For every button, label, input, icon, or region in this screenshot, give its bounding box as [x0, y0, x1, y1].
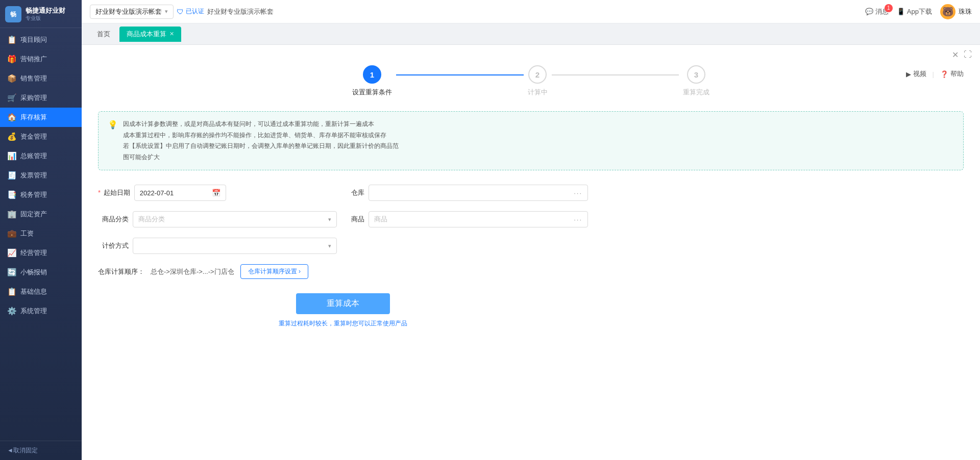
- marketing-icon: 🎁: [7, 55, 16, 64]
- goods-group: 商品 商品 ···: [349, 211, 588, 227]
- sidebar-item-label: 税务管理: [20, 190, 47, 199]
- required-star: *: [98, 189, 101, 196]
- sidebar-item-basic[interactable]: 📋 基础信息: [0, 282, 82, 301]
- step-2: 2 计算中: [528, 65, 548, 97]
- help-icon: ❓: [940, 70, 948, 78]
- tabbar: 首页 商品成本重算 ✕: [82, 23, 980, 45]
- topbar: 好业财专业版演示帐套 ▾ 🛡 已认证 好业财专业版演示帐套 💬 消息 1 📱 A…: [82, 0, 980, 23]
- recalc-section: 重算成本 重算过程耗时较长，重算时您可以正常使用产品: [98, 293, 588, 328]
- expand-window-icon[interactable]: ⛶: [964, 50, 972, 60]
- assets-icon: 🏢: [7, 210, 16, 219]
- expense-icon: 🔄: [7, 268, 16, 277]
- step-3-label: 重算完成: [683, 88, 709, 97]
- category-group: 商品分类 商品分类 ▾: [98, 211, 337, 227]
- sidebar-item-label: 系统管理: [20, 306, 47, 316]
- start-date-group: * 起始日期 2022-07-01 📅: [98, 185, 337, 201]
- warehouse-order-label: 仓库计算顺序：: [98, 267, 144, 276]
- tab-home[interactable]: 首页: [90, 27, 117, 42]
- account-name-label: 好业财专业版演示帐套: [207, 7, 274, 16]
- verified-icon: 🛡: [177, 8, 184, 16]
- warehouse-input[interactable]: ···: [369, 185, 588, 201]
- form-row-2: 商品分类 商品分类 ▾ 商品 商品 ···: [98, 211, 588, 227]
- system-icon: ⚙️: [7, 306, 16, 316]
- pricing-input[interactable]: ▾: [133, 238, 337, 254]
- unpin-label: ◄取消固定: [7, 446, 38, 455]
- invoice-icon: 🧾: [7, 171, 16, 180]
- sidebar-item-label: 库存核算: [20, 113, 47, 122]
- sidebar-item-assets[interactable]: 🏢 固定资产: [0, 205, 82, 224]
- sidebar-item-marketing[interactable]: 🎁 营销推广: [0, 49, 82, 69]
- recalc-button[interactable]: 重算成本: [296, 293, 390, 314]
- goods-input[interactable]: 商品 ···: [369, 211, 588, 227]
- step-help: ▶ 视频 | ❓ 帮助: [906, 69, 964, 79]
- form-row-3: 计价方式 ▾: [98, 238, 588, 254]
- category-label: 商品分类: [98, 215, 129, 224]
- sidebar-item-invoice[interactable]: 🧾 发票管理: [0, 166, 82, 185]
- start-date-label: * 起始日期: [98, 188, 130, 197]
- sidebar-item-label: 工资: [20, 229, 34, 238]
- sidebar-item-wages[interactable]: 💼 工资: [0, 224, 82, 243]
- goods-label: 商品: [349, 215, 364, 224]
- sidebar-item-label: 发票管理: [20, 171, 47, 180]
- ops-icon: 📈: [7, 248, 16, 258]
- step-container: 1 设置重算条件 2 计算中 3 重算完成: [98, 65, 964, 97]
- recalc-hint: 重算过程耗时较长，重算时您可以正常使用产品: [279, 319, 407, 328]
- warehouse-group: 仓库 ···: [349, 185, 588, 201]
- sidebar-item-tax[interactable]: 📑 税务管理: [0, 185, 82, 205]
- video-label: 视频: [913, 69, 926, 79]
- sidebar-item-label: 总账管理: [20, 151, 47, 161]
- tab-close-icon[interactable]: ✕: [169, 31, 174, 37]
- sidebar-item-label: 经营管理: [20, 248, 47, 258]
- warehouse-order-btn[interactable]: 仓库计算顺序设置 ›: [240, 264, 308, 279]
- app-download-action[interactable]: 📱 App下载: [897, 7, 932, 16]
- tab-home-label: 首页: [97, 30, 110, 39]
- goods-placeholder: 商品: [374, 215, 574, 224]
- calendar-icon[interactable]: 📅: [212, 189, 220, 197]
- sidebar-item-label: 采购管理: [20, 93, 47, 103]
- account-selector-text: 好业财专业版演示帐套: [95, 7, 162, 16]
- video-help[interactable]: ▶ 视频: [906, 69, 926, 79]
- sidebar-item-label: 基础信息: [20, 287, 47, 296]
- warehouse-order-value: 总仓->深圳仓库->...->门店仓: [151, 267, 234, 276]
- sidebar-item-ops[interactable]: 📈 经营管理: [0, 243, 82, 263]
- ledger-icon: 📊: [7, 151, 16, 161]
- window-controls: ✕ ⛶: [952, 50, 972, 60]
- tab-recalc[interactable]: 商品成本重算 ✕: [119, 27, 181, 42]
- sidebar-item-finance[interactable]: 💰 资金管理: [0, 127, 82, 146]
- sidebar-item-label: 固定资产: [20, 210, 47, 219]
- goods-dots-icon: ···: [574, 216, 582, 223]
- sidebar-item-purchase[interactable]: 🛒 采购管理: [0, 88, 82, 108]
- avatar: 🐻: [940, 4, 955, 19]
- sidebar-item-project[interactable]: 📋 项目顾问: [0, 30, 82, 49]
- phone-icon: 📱: [897, 8, 905, 15]
- user-name: 珠珠: [959, 7, 972, 16]
- close-window-icon[interactable]: ✕: [952, 50, 959, 60]
- sidebar-item-ledger[interactable]: 📊 总账管理: [0, 146, 82, 166]
- sidebar-item-label: 小畅报销: [20, 268, 47, 277]
- wages-icon: 💼: [7, 229, 16, 238]
- step-1-circle: 1: [363, 65, 381, 84]
- step-2-circle: 2: [528, 65, 547, 84]
- sidebar-item-expense[interactable]: 🔄 小畅报销: [0, 263, 82, 282]
- user-action[interactable]: 🐻 珠珠: [940, 4, 972, 19]
- sidebar-item-system[interactable]: ⚙️ 系统管理: [0, 301, 82, 321]
- sidebar-item-label: 营销推广: [20, 55, 47, 64]
- category-input[interactable]: 商品分类 ▾: [133, 211, 337, 227]
- message-action[interactable]: 💬 消息 1: [865, 7, 889, 16]
- sidebar-item-sales[interactable]: 📦 销售管理: [0, 69, 82, 88]
- purchase-icon: 🛒: [7, 93, 16, 103]
- sidebar-footer[interactable]: ◄取消固定: [0, 441, 82, 460]
- form-row-1: * 起始日期 2022-07-01 📅 仓库 ···: [98, 185, 588, 201]
- tab-recalc-label: 商品成本重算: [127, 30, 166, 39]
- help-action[interactable]: ❓ 帮助: [940, 69, 964, 79]
- verified-badge: 🛡 已认证: [177, 7, 204, 16]
- step-line-1: [396, 74, 524, 75]
- pricing-label: 计价方式: [98, 241, 129, 250]
- sidebar-item-inventory[interactable]: 🏠 库存核算: [0, 108, 82, 127]
- form-section: * 起始日期 2022-07-01 📅 仓库 ···: [98, 185, 588, 328]
- account-selector[interactable]: 好业财专业版演示帐套 ▾: [90, 5, 174, 19]
- step-1-label: 设置重算条件: [352, 88, 392, 97]
- inventory-icon: 🏠: [7, 113, 16, 122]
- app-download-label: App下载: [907, 7, 932, 16]
- start-date-input[interactable]: 2022-07-01 📅: [134, 185, 226, 201]
